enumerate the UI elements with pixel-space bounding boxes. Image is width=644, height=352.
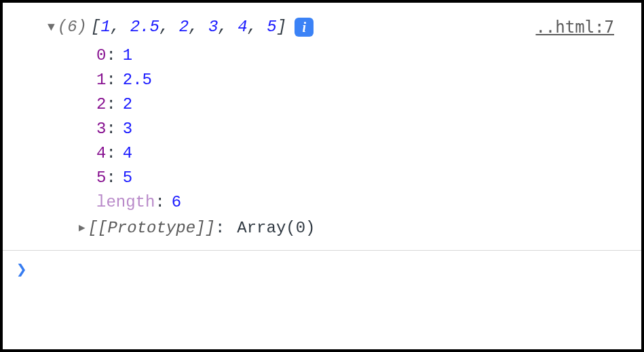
entry-index: 3 — [96, 117, 106, 141]
entry-value: 1 — [123, 43, 132, 68]
prototype-key: [[Prototype]] — [88, 216, 215, 241]
entry-value: 5 — [123, 166, 132, 190]
array-entry[interactable]: 5:5 — [96, 166, 621, 190]
entry-index: 0 — [96, 43, 106, 68]
array-entry[interactable]: 2:2 — [96, 92, 621, 117]
collapse-toggle-icon[interactable]: ▶ — [79, 220, 86, 236]
source-link[interactable]: ..html:7 — [535, 15, 621, 39]
prototype-value: Array(0) — [237, 216, 315, 241]
array-entry[interactable]: 3:3 — [96, 117, 621, 141]
length-value: 6 — [172, 190, 181, 215]
info-icon[interactable]: i — [295, 18, 314, 37]
array-count: (6) — [58, 15, 87, 39]
entry-index: 2 — [96, 92, 106, 117]
prompt-icon: ❯ — [16, 260, 27, 281]
entry-index: 5 — [96, 166, 106, 190]
entry-index: 4 — [96, 141, 106, 166]
entry-value: 2.5 — [123, 68, 152, 92]
console-prompt-row[interactable]: ❯ — [3, 250, 641, 284]
array-entry[interactable]: 1:2.5 — [96, 68, 621, 92]
entry-value: 2 — [123, 92, 132, 117]
length-key: length — [96, 190, 155, 215]
entry-index: 1 — [96, 68, 106, 92]
array-entries: 0:1 1:2.5 2:2 3:3 4:4 5:5 length:6 — [96, 43, 621, 215]
array-inline-values: [1, 2.5, 2, 3, 4, 5] — [91, 15, 286, 39]
array-summary-row[interactable]: ▼ (6) [1, 2.5, 2, 3, 4, 5] i ..html:7 — [48, 15, 621, 39]
array-entry[interactable]: 0:1 — [96, 43, 621, 68]
array-entry[interactable]: 4:4 — [96, 141, 621, 166]
entry-value: 4 — [123, 141, 132, 166]
length-entry[interactable]: length:6 — [96, 190, 621, 215]
entry-value: 3 — [123, 117, 132, 141]
prototype-row[interactable]: ▶ [[Prototype]]:Array(0) — [79, 216, 621, 241]
expand-toggle-icon[interactable]: ▼ — [48, 18, 55, 37]
